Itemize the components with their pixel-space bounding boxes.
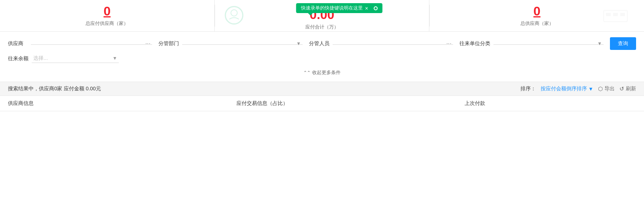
refresh-icon: ↺ <box>619 86 624 92</box>
stat-number-payable-suppliers[interactable]: 0 <box>103 4 111 18</box>
filter-row-1: 供应商 ··· 分管部门 ▼ 分管人员 ··· 往来单位分类 ▼ <box>8 37 636 50</box>
results-bar: 搜索结果中，供应商0家 应付金额 0.00元 排序： 按应付会额倒序排序 ▼ ⬡… <box>0 82 644 96</box>
col-header-supplier-info: 供应商信息 <box>8 100 236 107</box>
export-label: 导出 <box>604 85 615 92</box>
stat-number-total-suppliers[interactable]: 0 <box>533 4 541 18</box>
col-header-payable-info: 应付交易信息（占比） <box>236 100 465 107</box>
filter-row-2: 往来余额 选择... ▼ <box>8 54 636 63</box>
results-actions: 排序： 按应付会额倒序排序 ▼ ⬡ 导出 ↺ 刷新 <box>520 85 636 92</box>
sort-select[interactable]: 按应付会额倒序排序 ▼ <box>541 85 593 92</box>
stats-bar: 0 总应付供应商（家） 快速录单的快捷键说明在这里 × 0.00 应付合计（万） <box>0 0 644 32</box>
sort-label: 排序： <box>520 85 536 92</box>
person-label: 分管人员 <box>309 40 330 47</box>
stat-payable-total: 快速录单的快捷键说明在这里 × 0.00 应付合计（万） <box>215 0 430 31</box>
svg-rect-5 <box>620 13 625 16</box>
col-header-last-payment: 上次付款 <box>465 100 636 107</box>
supplier-input-wrap[interactable]: ··· <box>31 43 152 45</box>
collapse-btn[interactable]: ⌃⌃ 收起更多条件 <box>303 67 341 78</box>
sort-chevron-icon: ▼ <box>588 86 593 92</box>
balance-label: 往来余额 <box>8 55 29 62</box>
export-btn[interactable]: ⬡ 导出 <box>598 85 615 92</box>
filter-supplier: 供应商 ··· <box>8 40 152 47</box>
filter-balance: 往来余额 选择... ▼ <box>8 54 119 63</box>
quick-shortcut-tooltip: 快速录单的快捷键说明在这里 × <box>296 3 383 13</box>
table-body <box>0 111 644 204</box>
stat-total-payable-suppliers: 0 总应付供应商（家） <box>0 0 215 31</box>
tooltip-dot <box>374 6 378 10</box>
refresh-btn[interactable]: ↺ 刷新 <box>619 85 636 92</box>
person-input-wrap[interactable]: ··· <box>333 43 453 45</box>
stat-label-payable-total: 应付合计（万） <box>305 24 339 31</box>
supplier-dots-btn[interactable]: ··· <box>145 40 151 47</box>
svg-rect-4 <box>613 13 618 16</box>
department-select-wrap[interactable]: ▼ <box>182 43 303 45</box>
category-select-wrap[interactable]: ▼ <box>493 43 604 45</box>
tooltip-text: 快速录单的快捷键说明在这里 <box>301 5 363 11</box>
svg-point-1 <box>231 10 237 16</box>
svg-point-0 <box>225 6 243 24</box>
category-chevron-icon: ▼ <box>597 41 602 46</box>
query-button[interactable]: 查询 <box>610 37 636 50</box>
stat-label-total-suppliers: 总供应商（家） <box>520 20 554 27</box>
collapse-chevron-icon: ⌃⌃ <box>303 70 311 75</box>
department-chevron-icon: ▼ <box>296 41 301 46</box>
svg-rect-3 <box>606 13 611 16</box>
export-icon: ⬡ <box>598 86 603 92</box>
stat-label-payable-suppliers: 总应付供应商（家） <box>86 20 128 27</box>
collapse-label: 收起更多条件 <box>312 69 341 76</box>
tooltip-close-btn[interactable]: × <box>365 6 368 11</box>
filter-person: 分管人员 ··· <box>309 40 453 47</box>
filter-category: 往来单位分类 ▼ <box>459 40 604 47</box>
filter-section: 供应商 ··· 分管部门 ▼ 分管人员 ··· 往来单位分类 ▼ <box>0 32 644 82</box>
filter-department: 分管部门 ▼ <box>158 40 303 47</box>
refresh-label: 刷新 <box>626 85 636 92</box>
supplier-label: 供应商 <box>8 40 28 47</box>
balance-select-wrap[interactable]: 选择... ▼ <box>32 54 119 63</box>
balance-placeholder: 选择... <box>33 55 48 62</box>
stat-total-suppliers: 0 总供应商（家） <box>430 0 644 31</box>
category-label: 往来单位分类 <box>459 40 490 47</box>
sort-value: 按应付会额倒序排序 <box>541 85 587 92</box>
balance-chevron-icon: ▼ <box>112 55 117 61</box>
table-header: 供应商信息 应付交易信息（占比） 上次付款 <box>0 96 644 111</box>
results-info: 搜索结果中，供应商0家 应付金额 0.00元 <box>8 85 101 92</box>
department-label: 分管部门 <box>158 40 179 47</box>
person-dots-btn[interactable]: ··· <box>446 40 452 47</box>
